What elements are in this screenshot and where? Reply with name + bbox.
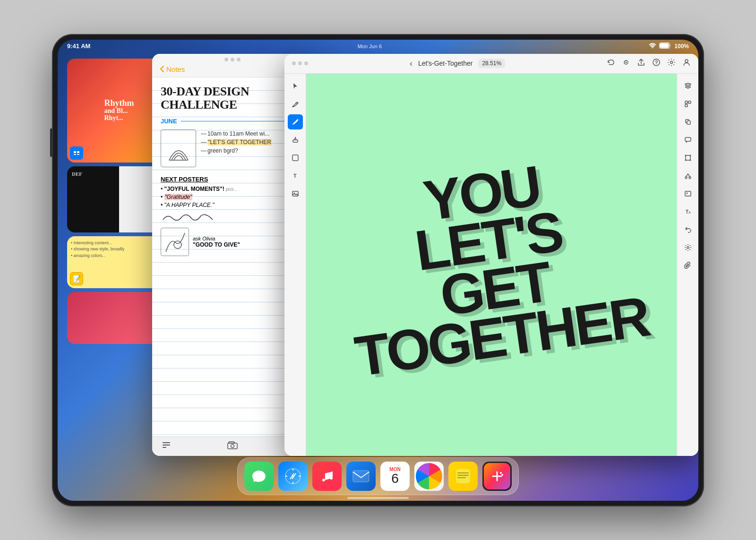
graphic-tools-right: T A — [677, 74, 698, 456]
tool-cut[interactable] — [680, 168, 696, 183]
notes-final-sketch — [161, 228, 189, 256]
graphic-window: ‹ Let's-Get-Together 28.51% — [284, 54, 698, 456]
record-icon[interactable] — [622, 58, 630, 69]
dock-app-mail[interactable] — [346, 462, 376, 491]
share-icon[interactable] — [637, 58, 645, 69]
tool-pen[interactable] — [288, 96, 303, 111]
dock: MON 6 — [237, 457, 519, 495]
help-icon[interactable]: ? — [652, 58, 661, 69]
svg-rect-26 — [685, 101, 687, 103]
notes-ask-text: ask Olivia — [193, 236, 240, 241]
notes-next-posters-header: NEXT POSTERS — [161, 176, 304, 183]
svg-text:T: T — [293, 173, 297, 179]
svg-point-18 — [670, 61, 673, 64]
status-date: Mon Jun 6 — [358, 43, 382, 49]
tool-image[interactable] — [288, 186, 303, 201]
tool-cursor[interactable] — [288, 78, 303, 94]
svg-rect-9 — [163, 442, 170, 443]
graphic-titlebar: ‹ Let's-Get-Together 28.51% — [284, 54, 698, 74]
svg-point-51 — [330, 477, 333, 480]
svg-point-33 — [685, 154, 686, 156]
notes-signature — [161, 211, 304, 225]
dock-app-notes[interactable] — [448, 462, 478, 491]
svg-point-19 — [685, 60, 688, 62]
graphic-back-button[interactable]: ‹ — [410, 59, 412, 69]
notes-list-item-2: "LET'S GET TOGETHER — [201, 138, 272, 146]
tool-image2[interactable] — [680, 186, 696, 201]
svg-point-38 — [689, 177, 691, 179]
arcade-inner — [484, 463, 510, 489]
graphic-tools-left: T — [284, 74, 306, 456]
svg-rect-54 — [457, 472, 469, 473]
tool-comment[interactable] — [680, 132, 696, 147]
june-label: JUNE — [161, 118, 177, 125]
graphic-zoom-level[interactable]: 28.51% — [478, 59, 505, 68]
graphic-dot-1 — [292, 61, 296, 65]
svg-rect-10 — [163, 445, 170, 446]
svg-point-0 — [652, 47, 653, 48]
graphic-dot-2 — [298, 61, 302, 65]
tool-settings2[interactable] — [680, 240, 696, 255]
tool-text[interactable]: T — [288, 168, 303, 183]
notes-ask-section: ask Olivia "GOOD TO GIVE" — [193, 236, 240, 248]
graphic-window-title: Let's-Get-Together — [418, 60, 473, 67]
multitask-area: Rhythm and Bl... Rhyt... — [58, 54, 698, 461]
settings-icon[interactable] — [667, 58, 676, 69]
home-indicator[interactable] — [347, 497, 409, 499]
tool-layers[interactable] — [680, 78, 696, 94]
notes-dots — [224, 58, 241, 61]
tool-appearance[interactable] — [680, 96, 696, 111]
notes-poster-item-2: • "Gratitude" — [161, 194, 304, 200]
svg-rect-21 — [293, 140, 298, 142]
svg-point-40 — [686, 192, 687, 194]
svg-point-50 — [322, 479, 325, 481]
tool-pencil[interactable] — [288, 114, 303, 129]
notes-back-button[interactable]: Notes — [160, 65, 305, 73]
undo-icon[interactable] — [607, 58, 615, 69]
svg-rect-11 — [163, 447, 166, 448]
dock-app-calendar[interactable]: MON 6 — [380, 462, 410, 491]
dock-app-photos[interactable] — [414, 462, 444, 491]
svg-point-15 — [626, 62, 627, 63]
calendar-day-num: 6 — [389, 472, 400, 485]
svg-point-13 — [231, 444, 234, 447]
tool-arrange[interactable] — [680, 114, 696, 129]
notes-sketch-section: 10am to 11am Meet wi... "LET'S GET TOGET… — [161, 129, 304, 171]
tool-transform[interactable] — [680, 150, 696, 165]
svg-rect-27 — [688, 101, 691, 103]
svg-point-43 — [687, 247, 689, 249]
status-time: 9:41 AM — [67, 43, 90, 50]
svg-rect-39 — [685, 191, 691, 196]
notes-list: 10am to 11am Meet wi... "LET'S GET TOGET… — [201, 129, 272, 165]
notes-poster-item-3: • "A HAPPY PLACE." — [161, 202, 304, 208]
notes-dot-2 — [231, 58, 234, 61]
app-corner-icon-sticky: 📝 — [70, 272, 83, 285]
graphic-body: T — [284, 74, 698, 456]
svg-point-35 — [685, 159, 686, 161]
svg-rect-6 — [77, 154, 79, 155]
tool-eraser[interactable] — [288, 132, 303, 147]
svg-rect-56 — [457, 477, 466, 478]
tool-attach[interactable] — [680, 258, 696, 273]
notes-checklist-icon[interactable] — [162, 440, 171, 452]
graphic-dots — [292, 61, 308, 65]
status-right: 100% — [649, 43, 689, 50]
dock-app-messages[interactable] — [244, 462, 274, 491]
svg-rect-52 — [353, 471, 369, 482]
notes-back-label: Notes — [166, 65, 185, 73]
notes-camera-icon[interactable] — [227, 441, 238, 452]
tool-type[interactable]: T A — [680, 204, 696, 219]
dock-app-music[interactable] — [312, 462, 342, 491]
battery-icon — [659, 43, 671, 50]
svg-rect-28 — [685, 104, 687, 107]
svg-rect-22 — [292, 155, 298, 161]
dock-app-arcade[interactable] — [482, 462, 512, 491]
svg-rect-30 — [687, 121, 690, 124]
svg-point-57 — [500, 472, 502, 474]
user-icon[interactable] — [682, 58, 691, 69]
notes-poster-item-1: • "JOYFUL MOMENTS"! pos... — [161, 186, 304, 192]
graphic-artwork: YOULET'SGETTOGETHER — [306, 74, 677, 456]
dock-app-safari[interactable] — [278, 462, 308, 491]
tool-shape[interactable] — [288, 150, 303, 165]
tool-undo[interactable] — [680, 222, 696, 237]
